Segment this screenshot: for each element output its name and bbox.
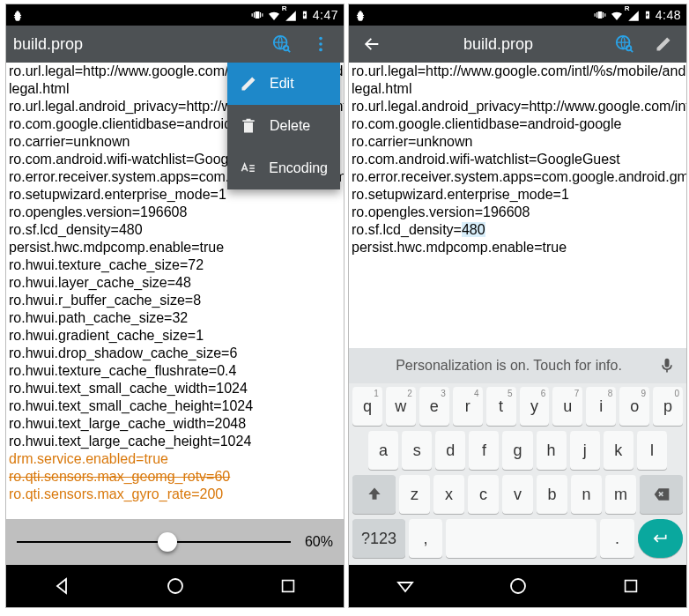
- key-z[interactable]: z: [399, 475, 430, 514]
- text-editor[interactable]: ro.url.legal=http://www.google.com/intl/…: [349, 63, 686, 565]
- key-m[interactable]: m: [605, 475, 636, 514]
- trash-icon: [240, 117, 257, 135]
- status-bar: R 4:48: [349, 4, 686, 26]
- key-x[interactable]: x: [433, 475, 464, 514]
- svg-point-3: [319, 42, 322, 46]
- key-o[interactable]: 9o: [619, 387, 649, 426]
- debug-icon: [11, 9, 24, 23]
- enter-icon: [651, 530, 669, 547]
- page-title: build.prop: [395, 35, 602, 54]
- phone-right: R 4:48 build.prop ro.url.legal=http://ww…: [348, 4, 687, 608]
- nav-recent-icon[interactable]: [278, 576, 298, 596]
- key-space[interactable]: [446, 519, 596, 558]
- key-h[interactable]: h: [537, 431, 567, 470]
- battery-charging-icon: [643, 9, 652, 21]
- keyboard: 1q2w3e4r5t6y7u8i9o0p asdfghjkl zxcvbnm ?…: [349, 383, 686, 565]
- scroll-progress-slider[interactable]: 60%: [6, 519, 344, 565]
- backspace-icon: [653, 486, 670, 503]
- globe-search-icon: [272, 34, 292, 54]
- keyboard-suggestion-bar[interactable]: Personalization is on. Touch for info.: [349, 348, 686, 383]
- key-period[interactable]: .: [600, 519, 633, 558]
- page-title: build.prop: [13, 35, 259, 54]
- svg-rect-6: [282, 581, 293, 592]
- menu-edit[interactable]: Edit: [227, 63, 340, 105]
- globe-search-button[interactable]: [266, 28, 298, 60]
- shift-icon: [366, 486, 383, 503]
- menu-delete[interactable]: Delete: [227, 105, 340, 147]
- menu-delete-label: Delete: [270, 118, 310, 134]
- key-d[interactable]: d: [435, 431, 465, 470]
- clock: 4:48: [656, 8, 681, 22]
- battery-charging-icon: [300, 9, 309, 21]
- key-u[interactable]: 7u: [552, 387, 582, 426]
- back-button[interactable]: [356, 28, 388, 60]
- context-menu: Edit Delete Encoding: [227, 63, 340, 189]
- key-b[interactable]: b: [537, 475, 567, 514]
- slider-thumb[interactable]: [158, 532, 177, 552]
- key-v[interactable]: v: [502, 475, 533, 514]
- phone-left: R 4:47 build.prop ro.url.legal=http://ww…: [5, 4, 344, 608]
- slider-track[interactable]: [17, 541, 291, 543]
- overflow-menu-button[interactable]: [305, 28, 337, 60]
- key-g[interactable]: g: [502, 431, 532, 470]
- nav-recent-icon[interactable]: [621, 576, 641, 596]
- svg-point-5: [168, 579, 182, 593]
- svg-point-2: [319, 37, 322, 41]
- key-comma[interactable]: ,: [409, 519, 442, 558]
- menu-encoding-label: Encoding: [269, 160, 328, 176]
- overflow-icon: [311, 34, 330, 54]
- vibrate-icon: [594, 9, 606, 21]
- menu-edit-label: Edit: [270, 76, 294, 92]
- key-symbols[interactable]: ?123: [352, 519, 405, 558]
- clock: 4:47: [313, 8, 338, 22]
- file-text[interactable]: ro.url.legal=http://www.google.com/intl/…: [349, 63, 686, 348]
- key-n[interactable]: n: [571, 475, 602, 514]
- nav-back-down-icon[interactable]: [395, 575, 416, 597]
- key-s[interactable]: s: [402, 431, 432, 470]
- vibrate-icon: [251, 9, 263, 21]
- encoding-icon: [240, 160, 256, 177]
- svg-point-9: [511, 579, 525, 593]
- pencil-icon: [655, 35, 672, 53]
- key-c[interactable]: c: [468, 475, 499, 514]
- key-j[interactable]: j: [570, 431, 600, 470]
- key-shift[interactable]: [352, 475, 396, 514]
- key-backspace[interactable]: [640, 475, 683, 514]
- key-w[interactable]: 2w: [386, 387, 416, 426]
- key-i[interactable]: 8i: [586, 387, 616, 426]
- slider-percent: 60%: [291, 534, 333, 550]
- key-a[interactable]: a: [368, 431, 398, 470]
- debug-icon: [354, 9, 367, 23]
- nav-home-icon[interactable]: [507, 575, 529, 597]
- globe-search-button[interactable]: [609, 28, 641, 60]
- svg-point-4: [319, 48, 322, 52]
- key-k[interactable]: k: [604, 431, 633, 470]
- nav-bar: [349, 565, 686, 607]
- text-selection[interactable]: 480: [462, 222, 485, 237]
- arrow-left-icon: [362, 34, 382, 54]
- globe-search-icon: [615, 34, 634, 54]
- wifi-icon: [267, 8, 281, 22]
- app-bar: build.prop: [6, 26, 344, 63]
- text-content[interactable]: ro.url.legal=http://www.google.com/intl/…: [6, 63, 344, 565]
- pencil-icon: [240, 75, 257, 93]
- nav-home-icon[interactable]: [165, 575, 186, 597]
- wifi-icon: [610, 8, 624, 22]
- key-t[interactable]: 5t: [486, 387, 516, 426]
- key-l[interactable]: l: [637, 431, 667, 470]
- status-bar: R 4:47: [6, 4, 344, 26]
- app-bar: build.prop: [349, 26, 686, 63]
- key-e[interactable]: 3e: [419, 387, 449, 426]
- nav-bar: [6, 565, 344, 607]
- key-y[interactable]: 6y: [520, 387, 550, 426]
- menu-encoding[interactable]: Encoding: [227, 147, 340, 189]
- key-p[interactable]: 0p: [653, 387, 683, 426]
- key-enter[interactable]: [638, 519, 683, 558]
- key-f[interactable]: f: [469, 431, 499, 470]
- nav-back-icon[interactable]: [52, 575, 73, 597]
- mic-icon[interactable]: [658, 357, 676, 375]
- svg-rect-10: [625, 581, 636, 592]
- key-q[interactable]: 1q: [352, 387, 382, 426]
- key-r[interactable]: 4r: [453, 387, 483, 426]
- edit-pencil-button[interactable]: [648, 28, 679, 60]
